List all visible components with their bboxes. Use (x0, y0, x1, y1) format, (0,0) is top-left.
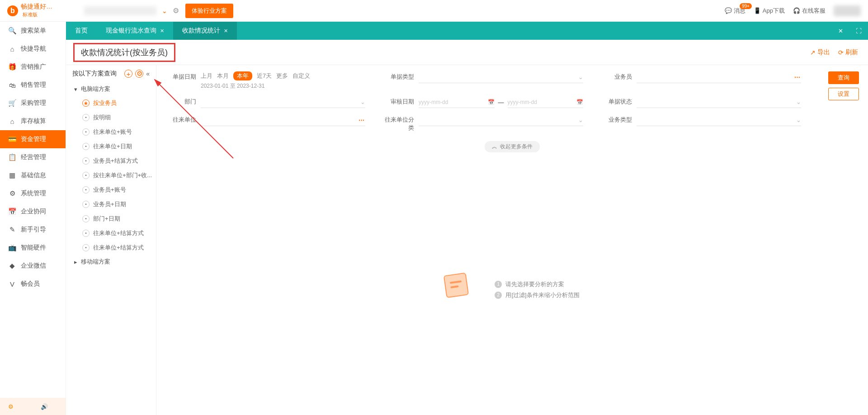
industry-plan-button[interactable]: 体验行业方案 (185, 4, 233, 18)
audit-date-from[interactable]: yyyy-mm-dd📅 (419, 96, 495, 108)
scheme-item[interactable]: •部门+日期 (66, 212, 156, 226)
biz-type-select[interactable]: ⌄ (637, 114, 801, 126)
nav-label: 企业微信 (21, 262, 46, 270)
query-button[interactable]: 查询 (828, 71, 859, 84)
gear-icon[interactable]: ⚙ (173, 6, 179, 15)
nav-item[interactable]: ▦基础信息 (0, 166, 66, 184)
nav-icon: 📺 (8, 244, 16, 252)
chevron-down-icon[interactable]: ⌄ (162, 7, 167, 14)
scheme-item[interactable]: •按明细 (66, 110, 156, 125)
company-name[interactable] (84, 6, 156, 15)
fullscreen-icon[interactable]: ⛶ (849, 28, 868, 34)
nav-item[interactable]: ◆企业微信 (0, 257, 66, 275)
scheme-item-label: 往来单位+日期 (93, 142, 132, 151)
scheme-settings-icon[interactable]: ⚙ (135, 70, 143, 78)
scheme-item[interactable]: •业务员+日期 (66, 197, 156, 212)
nav-icon: 📅 (8, 208, 16, 216)
nav-icon: 💳 (8, 135, 16, 143)
export-button[interactable]: ↗导出 (810, 48, 830, 57)
support-link[interactable]: 🎧 在线客服 (793, 7, 826, 15)
date-quick-option[interactable]: 本年 (233, 71, 252, 80)
close-all-tabs-icon[interactable]: ✕ (832, 28, 849, 34)
scheme-item-icon: ◉ (82, 99, 90, 107)
tab[interactable]: 收款情况统计✕ (173, 22, 237, 40)
date-quick-option[interactable]: 近7天 (257, 72, 272, 80)
nav-item[interactable]: 📅企业协同 (0, 203, 66, 221)
audit-date-to[interactable]: yyyy-mm-dd📅 (508, 96, 584, 108)
partner-picker[interactable]: ⋯ (201, 114, 365, 126)
scheme-item-label: 部门+日期 (93, 215, 120, 223)
messages-link[interactable]: 💬 消息 99+ (725, 7, 745, 15)
app-download-link[interactable]: 📱 App下载 (754, 7, 785, 15)
scheme-item[interactable]: •往来单位+结算方式 (66, 226, 156, 241)
chat-icon: 💬 (725, 7, 732, 14)
bill-date-label: 单据日期 (165, 71, 196, 81)
scheme-group-title[interactable]: ▾电脑端方案 (66, 82, 156, 96)
scheme-item[interactable]: ◉按业务员 (66, 96, 156, 110)
date-quick-option[interactable]: 上月 (201, 72, 212, 80)
scheme-item-icon: • (82, 172, 90, 179)
scheme-item[interactable]: •业务员+结算方式 (66, 154, 156, 168)
nav-item[interactable]: 🛒采购管理 (0, 94, 66, 112)
scheme-group-title[interactable]: ▸移动端方案 (66, 255, 156, 269)
tab[interactable]: 现金银行流水查询✕ (97, 22, 173, 40)
salesman-label: 业务员 (601, 71, 632, 81)
export-icon: ↗ (810, 49, 816, 56)
nav-item[interactable]: 🎁营销推广 (0, 58, 66, 76)
nav-item[interactable]: ⌂快捷导航 (0, 40, 66, 58)
bill-status-select[interactable]: ⌄ (637, 96, 801, 108)
add-scheme-icon[interactable]: + (124, 70, 132, 78)
scheme-title: 按以下方案查询 (72, 70, 117, 78)
nav-icon: ▦ (8, 171, 16, 179)
nav-item[interactable]: 🔍搜索菜单 (0, 22, 66, 40)
nav-item[interactable]: 💳资金管理 (0, 130, 66, 148)
scheme-item[interactable]: •业务员+账号 (66, 183, 156, 197)
partner-group-select[interactable]: ⌄ (419, 114, 583, 126)
scheme-panel: 按以下方案查询 + ⚙ « ▾电脑端方案◉按业务员•按明细•往来单位+账号•往来… (66, 65, 156, 415)
bill-type-select[interactable]: ⌄ (419, 71, 583, 83)
nav-icon: 🛒 (8, 99, 16, 107)
close-tab-icon[interactable]: ✕ (160, 28, 164, 34)
empty-step1: 请先选择要分析的方案 (505, 280, 564, 288)
scheme-item-label: 业务员+日期 (93, 200, 126, 208)
nav-item[interactable]: ✎新手引导 (0, 221, 66, 239)
nav-icon: ◆ (8, 262, 16, 270)
step-number: 1 (495, 281, 502, 288)
nav-item[interactable]: 📋经营管理 (0, 148, 66, 166)
scheme-item[interactable]: •往来单位+账号 (66, 125, 156, 139)
department-select[interactable]: ⌄ (201, 96, 365, 108)
scheme-item[interactable]: •按往来单位+部门+收... (66, 168, 156, 183)
nav-item[interactable]: V畅会员 (0, 275, 66, 293)
nav-item[interactable]: 🛍销售管理 (0, 76, 66, 94)
top-bar: b 畅捷通好… 标准版 ⌄ ⚙ 体验行业方案 💬 消息 99+ 📱 App下载 … (0, 0, 868, 22)
scheme-item[interactable]: •往来单位+结算方式 (66, 241, 156, 255)
user-avatar[interactable] (834, 5, 861, 16)
date-quick-option[interactable]: 更多 (276, 72, 288, 80)
nav-item[interactable]: 📺智能硬件 (0, 239, 66, 257)
nav-item[interactable]: ⚙系统管理 (0, 184, 66, 203)
refresh-button[interactable]: ⟳刷新 (838, 48, 858, 57)
sound-icon[interactable]: 🔊 (41, 403, 48, 410)
nav-label: 企业协同 (21, 208, 46, 216)
tab[interactable]: 首页 (66, 22, 97, 40)
nav-item[interactable]: ⌂库存核算 (0, 112, 66, 130)
collapse-panel-icon[interactable]: « (146, 70, 150, 77)
scheme-item[interactable]: •往来单位+日期 (66, 139, 156, 154)
nav-label: 营销推广 (21, 63, 46, 71)
scheme-item-icon: • (82, 128, 90, 136)
collapse-filters-button[interactable]: ︽收起更多条件 (485, 141, 540, 152)
left-nav: 🔍搜索菜单⌂快捷导航🎁营销推广🛍销售管理🛒采购管理⌂库存核算💳资金管理📋经营管理… (0, 22, 66, 415)
settings-button[interactable]: 设置 (828, 88, 859, 100)
close-tab-icon[interactable]: ✕ (224, 28, 228, 34)
date-quick-option[interactable]: 本月 (217, 72, 229, 80)
nav-icon: ✎ (8, 226, 16, 234)
page-title: 收款情况统计(按业务员) (73, 43, 175, 62)
settings-icon[interactable]: ⚙ (8, 403, 14, 410)
tab-label: 首页 (75, 27, 88, 35)
nav-label: 畅会员 (21, 280, 40, 288)
nav-icon: ⌂ (8, 118, 16, 125)
scheme-item-label: 按业务员 (93, 99, 117, 107)
salesman-picker[interactable]: ⋯ (637, 71, 801, 83)
date-quick-option[interactable]: 自定义 (292, 72, 310, 80)
step-number: 2 (495, 292, 502, 299)
